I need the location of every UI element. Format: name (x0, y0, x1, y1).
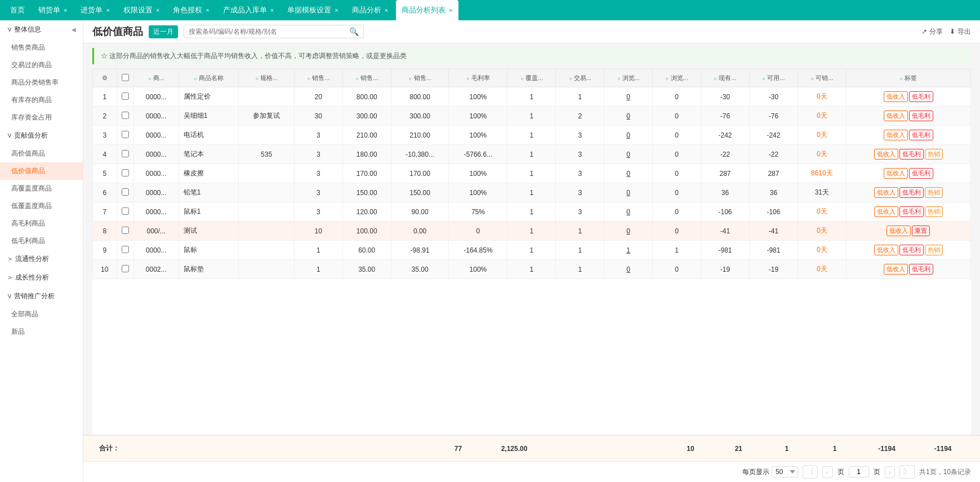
sidebar-item-traded[interactable]: 交易过的商品 (0, 56, 83, 74)
view1-link[interactable]: 0 (626, 112, 630, 120)
th-view2[interactable]: ⬦ 浏览... (653, 69, 701, 87)
page-input[interactable] (849, 466, 869, 477)
th-current[interactable]: ⬦ 现有... (701, 69, 750, 87)
view1-link[interactable]: 0 (626, 227, 630, 235)
nav-close-purchase[interactable]: × (106, 7, 109, 14)
nav-close-sales[interactable]: × (64, 7, 67, 14)
row-view1[interactable]: 0 (604, 164, 653, 183)
row-checkbox[interactable] (122, 131, 129, 138)
sidebar-group-marketing[interactable]: ∨ 营销推广分析 (0, 287, 83, 306)
nav-close-permissions[interactable]: × (156, 7, 159, 14)
nav-close-roles[interactable]: × (206, 7, 209, 14)
row-view1[interactable]: 0 (604, 183, 653, 202)
search-input[interactable] (189, 28, 346, 36)
th-name[interactable]: ⬦ 商品名称 (179, 69, 239, 87)
row-checkbox[interactable] (122, 207, 129, 215)
nav-templates[interactable]: 单据模板设置 × (282, 0, 344, 20)
row-checkbox[interactable] (122, 265, 129, 272)
row-view1[interactable]: 0 (604, 126, 653, 145)
row-check[interactable] (117, 87, 133, 107)
nav-roles[interactable]: 角色授权 × (167, 0, 215, 20)
row-view1[interactable]: 0 (604, 145, 653, 164)
th-saleable[interactable]: ⬦ 可销... (798, 69, 846, 87)
th-view1[interactable]: ⬦ 浏览... (604, 69, 653, 87)
sidebar-item-high-margin[interactable]: 高毛利商品 (0, 215, 83, 232)
sidebar-item-low-margin[interactable]: 低毛利商品 (0, 232, 83, 250)
th-tags[interactable]: ⬦ 标签 (846, 69, 970, 87)
view1-link[interactable]: 0 (626, 93, 630, 101)
row-check[interactable] (117, 164, 133, 183)
row-check[interactable] (117, 145, 133, 164)
sidebar-item-high-value[interactable]: 高价值商品 (0, 145, 83, 162)
row-view1[interactable]: 1 (604, 241, 653, 260)
nav-close-goods[interactable]: × (385, 7, 388, 14)
th-coverage[interactable]: ⬦ 覆盖... (507, 69, 556, 87)
th-sales-qty[interactable]: ⬦ 销售... (294, 69, 342, 87)
last-page-btn[interactable]: 》 (899, 465, 915, 479)
per-page-select[interactable]: 50 100 200 (772, 466, 798, 477)
th-available[interactable]: ⬦ 可用... (749, 69, 798, 87)
sidebar-group-growth[interactable]: ＞ 成长性分析 (0, 268, 83, 287)
sidebar-item-sales-products[interactable]: 销售类商品 (0, 39, 83, 56)
th-sales-profit[interactable]: ⬦ 销售... (391, 69, 449, 87)
row-check[interactable] (117, 202, 133, 222)
row-check[interactable] (117, 241, 133, 260)
nav-products[interactable]: 产成品入库单 × (217, 0, 279, 20)
row-view1[interactable]: 0 (604, 202, 653, 222)
view1-link[interactable]: 0 (626, 170, 630, 178)
sidebar-item-stock-capital[interactable]: 库存资金占用 (0, 109, 83, 126)
nav-home[interactable]: 首页 (5, 0, 30, 20)
sidebar-item-low-value[interactable]: 低价值商品 (0, 162, 83, 180)
nav-close-goods-list[interactable]: × (449, 7, 452, 14)
sidebar-item-in-stock[interactable]: 有库存的商品 (0, 91, 83, 109)
share-btn[interactable]: ↗ 分享 (921, 27, 943, 37)
sidebar-item-category-rate[interactable]: 商品分类销售率 (0, 74, 83, 91)
row-check[interactable] (117, 107, 133, 126)
sidebar-group-overall[interactable]: ∨ 整体信息 ◀ (0, 20, 83, 39)
next-page-btn[interactable]: › (885, 466, 895, 478)
row-checkbox[interactable] (122, 112, 129, 119)
view1-link[interactable]: 0 (626, 189, 630, 197)
th-trade[interactable]: ⬦ 交易... (556, 69, 604, 87)
nav-goods-analysis[interactable]: 商品分析 × (346, 0, 394, 20)
sidebar-group-contribution[interactable]: ∨ 贡献值分析 (0, 126, 83, 145)
th-code[interactable]: ⬦ 商... (133, 69, 179, 87)
view1-link[interactable]: 1 (626, 246, 630, 254)
row-checkbox[interactable] (122, 150, 129, 157)
row-view1[interactable]: 0 (604, 222, 653, 241)
sidebar-item-new-products[interactable]: 新品 (0, 323, 83, 341)
row-check[interactable] (117, 126, 133, 145)
row-checkbox[interactable] (122, 169, 129, 176)
sidebar-item-all-products[interactable]: 全部商品 (0, 306, 83, 323)
search-icon[interactable]: 🔍 (349, 27, 359, 36)
sidebar-item-low-coverage[interactable]: 低覆盖度商品 (0, 197, 83, 215)
row-checkbox[interactable] (122, 92, 129, 100)
row-check[interactable] (117, 222, 133, 241)
select-all-checkbox[interactable] (122, 74, 129, 81)
row-checkbox[interactable] (122, 188, 129, 196)
sidebar-item-high-coverage[interactable]: 高覆盖度商品 (0, 180, 83, 197)
nav-goods-list[interactable]: 商品分析列表 × (396, 0, 458, 20)
row-checkbox[interactable] (122, 227, 129, 234)
prev-page-btn[interactable]: ‹ (822, 466, 832, 478)
th-spec[interactable]: ⬦ 规格... (239, 69, 294, 87)
row-check[interactable] (117, 183, 133, 202)
view1-link[interactable]: 0 (626, 151, 630, 158)
th-sales-amount[interactable]: ⬦ 销售... (342, 69, 391, 87)
row-view1[interactable]: 0 (604, 87, 653, 107)
nav-close-products[interactable]: × (270, 7, 274, 14)
nav-close-templates[interactable]: × (335, 7, 338, 14)
nav-sales[interactable]: 销货单 × (33, 0, 73, 20)
row-view1[interactable]: 0 (604, 260, 653, 279)
first-page-btn[interactable]: 《 (803, 465, 818, 479)
nav-purchase[interactable]: 进货单 × (75, 0, 115, 20)
time-filter-btn[interactable]: 近一月 (149, 25, 178, 38)
th-check[interactable] (117, 69, 133, 87)
nav-permissions[interactable]: 权限设置 × (118, 0, 165, 20)
row-view1[interactable]: 0 (604, 107, 653, 126)
view1-link[interactable]: 0 (626, 131, 630, 139)
row-checkbox[interactable] (122, 246, 129, 253)
sidebar-group-circulation[interactable]: ＞ 流通性分析 (0, 250, 83, 268)
th-margin[interactable]: ⬦ 毛利率 (449, 69, 507, 87)
export-btn[interactable]: ⬇ 导出 (950, 27, 971, 37)
